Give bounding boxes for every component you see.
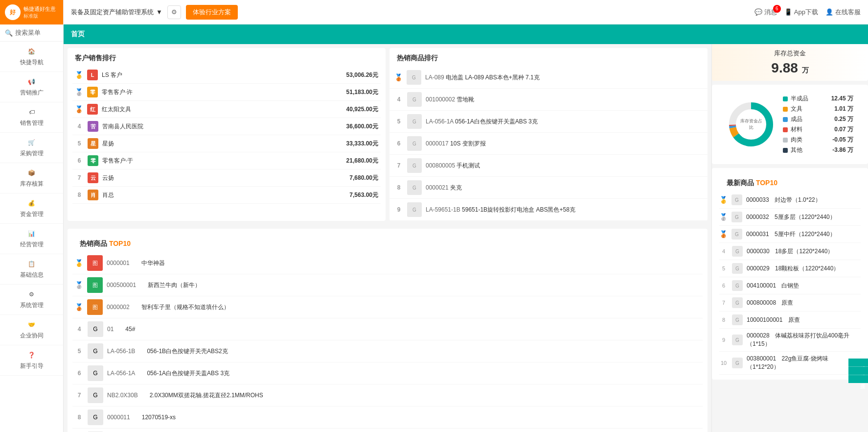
notifications-btn[interactable]: 💬 消息 6 (754, 8, 777, 17)
hot-products-side-card: 热销商品排行 🥉 G LA-089 电池盖 LA-089 ABS本色+黑种 7.… (389, 48, 708, 221)
legend-name: 半成品 (791, 95, 828, 103)
hot-product-main-item[interactable]: 6 G LA-056-1A 056-1A白色按键开关盖ABS 3克 (72, 362, 703, 384)
product-thumbnail: G (88, 343, 103, 359)
newest-product-item[interactable]: 🥈 G 0000032 5厘多层（1220*2440） (719, 209, 861, 226)
hot-product-side-item[interactable]: 6 G 0000017 10S 变割罗报 (389, 133, 708, 155)
product-code: 10000100001 (747, 316, 782, 323)
customer-amount: 53,006.26元 (346, 71, 378, 79)
sidebar-item-quick-nav[interactable]: 🏠 快捷导航 (0, 42, 63, 72)
product-thumbnail: 图 (87, 277, 103, 293)
medal-icon: 🥈 (75, 281, 83, 289)
float-button[interactable]: 服务社区 (848, 367, 868, 375)
legend-item: 文具 1.01 万 (783, 105, 853, 113)
product-name: 夹克 (450, 184, 462, 191)
inventory-value: 9.88 (771, 60, 798, 75)
newest-product-item[interactable]: 5 G 0000029 18颗粒板（1220*2440） (719, 260, 861, 277)
product-info: 0000028 体碱荔枝味苏打饮品400毫升（1*15） (747, 332, 861, 348)
rank-number: 5 (719, 265, 728, 271)
hot-products-main-card: 热销商品 TOP10 🥇 图 0000001 中华神器 🥈 图 00050000… (68, 229, 708, 432)
product-info: LA-59651-1B 59651-1B旋转投影灯电池盒 ABS黑色+58克 (426, 206, 703, 214)
app-download-btn[interactable]: 📱 App下载 (784, 8, 818, 17)
hot-product-main-item[interactable]: 7 G NB2.0X30B 2.0X30MM双搓花轴.搓花直径2.1MM/ROH… (72, 384, 703, 407)
medal-icon: 🥉 (75, 303, 83, 311)
sidebar-item-enterprise[interactable]: 🤝 企业协同 (0, 315, 63, 345)
product-name: 056-1A白色按键开关盖ABS 3克 (147, 369, 229, 378)
customer-avatar: 肖 (88, 190, 98, 200)
hot-product-main-item[interactable]: 🥈 图 000500001 新西兰牛肉（新牛） (72, 274, 703, 296)
sidebar-item-inventory[interactable]: 📦 库存核算 (0, 163, 63, 193)
rank-number: 8 (394, 184, 403, 191)
customer-rank-item[interactable]: 6 零 零售客户·于 21,680.00元 (72, 152, 381, 169)
hot-product-side-item[interactable]: 8 G 0000021 夹克 (389, 177, 708, 199)
newest-product-item[interactable]: 8 G 10000100001 原查 (719, 312, 861, 329)
newest-product-item[interactable]: 🥇 G 0000033 封边带（1.0*22） (719, 192, 861, 209)
customer-rank-item[interactable]: 7 云 云扬 7,680.00元 (72, 169, 381, 187)
rank-number: 7 (394, 162, 403, 169)
hot-product-main-item[interactable]: 8 G 0000011 12070519-xs (72, 407, 703, 429)
hot-product-side-item[interactable]: 4 G 001000002 雪地靴 (389, 89, 708, 111)
sidebar-item-operations[interactable]: 📊 经营管理 (0, 224, 63, 254)
customer-rank-item[interactable]: 8 肖 肖总 7,563.00元 (72, 187, 381, 204)
customer-rank-item[interactable]: 5 星 星扬 33,333.00元 (72, 135, 381, 152)
customer-name: 苦南县人民医院 (102, 122, 343, 131)
product-name: 白钢垫 (781, 282, 799, 289)
finance-icon: 💰 (27, 198, 37, 208)
newest-product-item[interactable]: 9 G 0000028 体碱荔枝味苏打饮品400毫升（1*15） (719, 329, 861, 352)
customer-rank-item[interactable]: 🥇 L LS 客户 53,006.26元 (72, 67, 381, 84)
sidebar-item-basic-info[interactable]: 📋 基础信息 (0, 254, 63, 285)
search-icon: 🔍 (5, 29, 13, 37)
sidebar-item-sales[interactable]: 🏷 销售管理 (0, 102, 63, 133)
customer-name: 云扬 (102, 174, 345, 182)
float-buttons: 客服热线服务社区直播 (848, 359, 868, 383)
hot-product-side-item[interactable]: 🥉 G LA-089 电池盖 LA-089 ABS本色+黑种 7.1克 (389, 67, 708, 89)
hot-product-side-item[interactable]: 5 G LA-056-1A 056-1A白色按键开关盖ABS 3克 (389, 111, 708, 133)
product-code: NB2.0X30B (107, 392, 138, 399)
sidebar-item-system[interactable]: ⚙ 系统管理 (0, 285, 63, 315)
product-icon: G (732, 314, 743, 325)
newest-product-item[interactable]: 7 G 000800008 原查 (719, 294, 861, 312)
hot-product-main-item[interactable]: 🥇 图 0000001 中华神器 (72, 252, 703, 274)
newest-product-item[interactable]: 6 G 004100001 白钢垫 (719, 277, 861, 294)
product-name: 10S 变割罗报 (450, 140, 486, 147)
hot-product-main-item[interactable]: 4 G 01 45# (72, 318, 703, 340)
logo-icon: 好 (5, 4, 21, 20)
newest-product-item[interactable]: 4 G 0000030 18多层（1220*2440） (719, 243, 861, 260)
hot-product-main-item[interactable]: 5 G LA-056-1B 056-1B白色按键开关壳ABS2克 (72, 340, 703, 362)
float-button[interactable]: 直播 (848, 375, 868, 383)
hot-products-side-list: 🥉 G LA-089 电池盖 LA-089 ABS本色+黑种 7.1克 4 G … (389, 67, 708, 221)
sidebar-item-purchase[interactable]: 🛒 采购管理 (0, 133, 63, 163)
search-menu-btn[interactable]: 🔍 搜索菜单 (0, 24, 63, 42)
product-name: 18多层（1220*2440） (775, 248, 833, 255)
legend-name: 材料 (791, 125, 831, 134)
customer-rank-item[interactable]: 🥈 零 零售客户·许 51,183.00元 (72, 84, 381, 101)
customer-rank-item[interactable]: 4 苦 苦南县人民医院 36,600.00元 (72, 118, 381, 135)
customer-amount: 7,563.00元 (349, 191, 378, 199)
product-name: 2.0X30MM双搓花轴.搓花直径2.1MM/ROHS (150, 391, 263, 400)
trial-button[interactable]: 体验行业方案 (186, 5, 238, 20)
product-name: 电池盖 LA-089 ABS本色+黑种 7.1克 (446, 74, 540, 81)
customer-name: 零售客户·于 (102, 157, 343, 165)
newest-product-item[interactable]: 🥉 G 0000031 5厘中纤（1220*2440） (719, 226, 861, 243)
settings-button[interactable]: ⚙ (167, 5, 181, 19)
hot-product-main-item[interactable]: 9 G KK-SD22110H 花语萌恒温分罐罐袋（厚款） (72, 429, 703, 432)
customer-rank-item[interactable]: 🥉 红 红太阳文具 40,925.00元 (72, 101, 381, 118)
inventory-icon: 📦 (27, 168, 37, 178)
rank-number: 8 (75, 192, 84, 198)
customer-amount: 36,600.00元 (346, 122, 378, 131)
hot-product-side-item[interactable]: 9 G LA-59651-1B 59651-1B旋转投影灯电池盒 ABS黑色+5… (389, 199, 708, 221)
sidebar-item-finance[interactable]: 💰 资金管理 (0, 193, 63, 224)
system-selector[interactable]: 装备及固定资产辅助管理系统 ▼ (71, 8, 162, 17)
hot-product-side-item[interactable]: 7 G 000800005 手机测试 (389, 155, 708, 177)
hot-product-main-item[interactable]: 🥉 图 0000002 智利车子里（规格不知道填什么） (72, 296, 703, 318)
newest-product-item[interactable]: 10 G 003800001 22g鱼豆腐·烧烤味（1*12*20） (719, 352, 861, 375)
product-info: 0000033 封边带（1.0*22） (746, 196, 861, 204)
customer-amount: 21,680.00元 (346, 157, 378, 165)
sidebar-item-marketing[interactable]: 📢 营销推广 (0, 72, 63, 102)
float-button[interactable]: 客服热线 (848, 359, 868, 367)
sidebar-item-guide[interactable]: ❓ 新手引导 (0, 345, 63, 376)
rank-number: 4 (394, 96, 403, 103)
product-thumbnail: G (407, 136, 422, 151)
legend-value: -3.86 万 (832, 146, 853, 154)
online-service-btn[interactable]: 👤 在线客服 (825, 8, 861, 17)
product-code: 000500001 (107, 282, 136, 288)
